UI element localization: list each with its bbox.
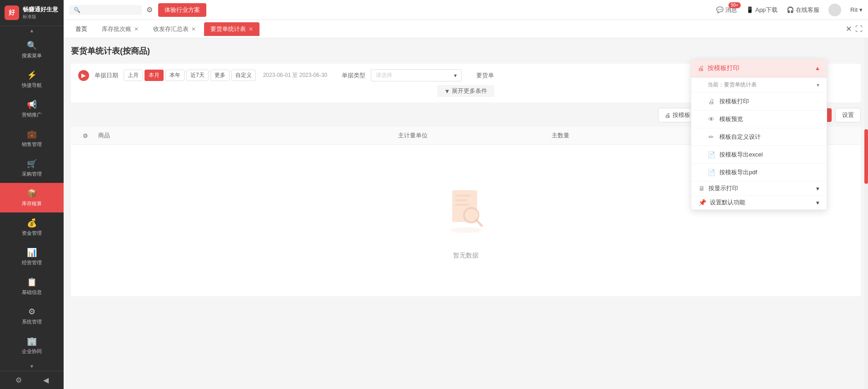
filter-expand-btn[interactable]: ▶ (78, 70, 89, 81)
dropdown-item-template-design[interactable]: ✏ 模板自定义设计 (691, 128, 827, 146)
user-name-text: Rit (850, 6, 858, 13)
basic-icon: 📋 (27, 277, 37, 287)
dropdown-item-export-excel[interactable]: 📄 按模板导出excel (691, 146, 827, 164)
sidebar-item-shortcut[interactable]: ⚡ 快捷导航 (0, 65, 64, 94)
dropdown-print-icon: 🖨 (698, 65, 704, 72)
print-template-dropdown: 🖨 按模板打印 ▲ 当前：要货单统计表 ▾ 🖨 按模板打印 👁 模板预览 ✏ 模… (691, 59, 827, 210)
sidebar-item-corp[interactable]: 🏢 企业协同 (0, 331, 64, 360)
sidebar-item-purchase[interactable]: 🛒 采购管理 (0, 153, 64, 183)
settings-btn[interactable]: 设置 (835, 108, 861, 122)
type-select[interactable]: 请选择 ▾ (371, 69, 462, 81)
date-btn-custom[interactable]: 自定义 (231, 70, 256, 81)
sidebar-collapse-btn[interactable]: ◀ (43, 376, 49, 384)
tab-close-window-icon[interactable]: ✕ (846, 25, 852, 33)
type-label: 单据类型 (342, 71, 365, 80)
default-func-group-left: 📌 设置默认功能 (698, 198, 745, 207)
dropdown-header[interactable]: 🖨 按模板打印 ▲ (691, 60, 827, 77)
date-btn-this-month[interactable]: 本月 (145, 70, 164, 81)
marketing-icon: 📢 (27, 100, 37, 110)
dropdown-item-template-preview-label: 模板预览 (719, 115, 743, 123)
page-title: 要货单统计表(按商品) (71, 45, 861, 56)
svg-rect-2 (455, 195, 471, 197)
display-print-label: 按显示打印 (708, 184, 738, 192)
tab-order-stats-close[interactable]: ✕ (249, 26, 253, 32)
dropdown-item-template-print[interactable]: 🖨 按模板打印 (691, 93, 827, 111)
th-product: 商品 (95, 127, 394, 144)
tab-home[interactable]: 首页 (69, 22, 94, 36)
scroll-down-indicator[interactable]: ▼ (0, 362, 64, 371)
dropdown-header-left: 🖨 按模板打印 (698, 64, 739, 72)
sidebar-settings-btn[interactable]: ⚙ (15, 376, 22, 384)
finance-icon: 💰 (27, 218, 37, 228)
scrollbar-thumb[interactable] (864, 129, 868, 184)
th-qty: 主数量 (548, 127, 702, 144)
app-version: 标准版 (23, 14, 58, 20)
settings-label: 设置 (842, 111, 854, 119)
message-btn[interactable]: 💬 消息 99+ (716, 6, 737, 14)
corp-icon: 🏢 (27, 336, 37, 346)
date-btn-last7[interactable]: 近7天 (186, 70, 209, 81)
tab-receivable-summary-close[interactable]: ✕ (191, 26, 196, 32)
sidebar-item-basic[interactable]: 📋 基础信息 (0, 272, 64, 301)
dropdown-current: 当前：要货单统计表 ▾ (691, 77, 827, 93)
app-name: 畅赚通好生意 (23, 5, 58, 14)
dropdown-item-export-pdf[interactable]: 📄 按模板导出pdf (691, 164, 827, 182)
tab-inventory-batch-close[interactable]: ✕ (134, 26, 139, 32)
sidebar: 好 畅赚通好生意 标准版 ▲ 🔍 搜索菜单 ⚡ 快捷导航 📢 营销推广 💼 销售… (0, 0, 64, 389)
sidebar-item-finance[interactable]: 💰 资金管理 (0, 212, 64, 242)
sidebar-item-sales[interactable]: 💼 销售管理 (0, 124, 64, 153)
expand-more-label: 展开更多条件 (452, 87, 487, 95)
dropdown-item-template-preview[interactable]: 👁 模板预览 (691, 111, 827, 128)
type-select-arrow: ▾ (454, 72, 457, 79)
date-btn-this-year[interactable]: 本年 (165, 70, 185, 81)
sidebar-item-inventory[interactable]: 📦 库存核算 (0, 183, 64, 212)
tab-order-stats[interactable]: 要货单统计表 ✕ (204, 22, 259, 36)
topbar-search[interactable]: 🔍 (69, 5, 142, 15)
inventory-icon: 📦 (27, 188, 37, 198)
tab-controls: ✕ ⛶ (846, 25, 863, 33)
default-func-arrow: ▾ (816, 199, 819, 206)
sidebar-item-operation[interactable]: 📊 经营管理 (0, 242, 64, 272)
default-func-label: 设置默认功能 (710, 198, 745, 207)
topbar-gear-icon[interactable]: ⚙ (146, 5, 153, 14)
dropdown-current-label: 当前：要货单统计表 (708, 81, 757, 89)
user-avatar-btn[interactable] (828, 4, 841, 16)
display-print-group-left: 🖥 按显示打印 (698, 184, 738, 192)
dropdown-group-default-func[interactable]: 📌 设置默认功能 ▾ (691, 196, 827, 210)
sidebar-item-system-label: 系统管理 (22, 318, 42, 325)
template-print-icon: 🖨 (708, 98, 715, 105)
sidebar-item-sales-label: 销售管理 (22, 141, 42, 148)
date-btn-prev-month[interactable]: 上月 (124, 70, 143, 81)
sidebar-item-system[interactable]: ⚙ 系统管理 (0, 301, 64, 331)
sidebar-item-search[interactable]: 🔍 搜索菜单 (0, 35, 64, 65)
user-name-display[interactable]: Rit ▾ (850, 6, 863, 13)
th-settings[interactable]: ⚙ (76, 128, 95, 144)
tab-receivable-summary[interactable]: 收发存汇总表 ✕ (147, 22, 202, 36)
sidebar-item-marketing[interactable]: 📢 营销推广 (0, 94, 64, 124)
online-service-label: 在线客服 (796, 6, 819, 14)
dropdown-item-export-pdf-label: 按模板导出pdf (719, 168, 757, 177)
display-print-icon: 🖥 (698, 185, 705, 192)
dropdown-item-template-print-label: 按模板打印 (719, 97, 749, 106)
shortcut-icon: ⚡ (27, 70, 37, 80)
sidebar-item-marketing-label: 营销推广 (22, 111, 42, 118)
tab-maximize-icon[interactable]: ⛶ (855, 25, 863, 33)
svg-point-0 (450, 227, 482, 233)
online-service-btn[interactable]: 🎧 在线客服 (787, 6, 819, 14)
logo-icon: 好 (5, 5, 19, 20)
topbar-right: 💬 消息 99+ 📱 App下载 🎧 在线客服 Rit ▾ (716, 4, 863, 16)
template-design-icon: ✏ (708, 133, 715, 141)
headset-icon: 🎧 (787, 6, 794, 13)
app-download-btn[interactable]: 📱 App下载 (746, 6, 778, 14)
operation-icon: 📊 (27, 248, 37, 258)
tab-home-label: 首页 (75, 25, 87, 33)
trial-btn[interactable]: 体验行业方案 (158, 3, 206, 17)
dropdown-header-label: 按模板打印 (708, 64, 739, 72)
expand-more-btn[interactable]: ▼ 展开更多条件 (437, 85, 495, 97)
tab-inventory-batch[interactable]: 库存批次账 ✕ (95, 22, 145, 36)
sales-icon: 💼 (27, 129, 37, 139)
date-btn-more[interactable]: 更多 (210, 70, 229, 81)
tab-order-stats-label: 要货单统计表 (210, 25, 246, 33)
sidebar-item-basic-label: 基础信息 (22, 289, 42, 296)
dropdown-group-display-print[interactable]: 🖥 按显示打印 ▾ (691, 182, 827, 196)
